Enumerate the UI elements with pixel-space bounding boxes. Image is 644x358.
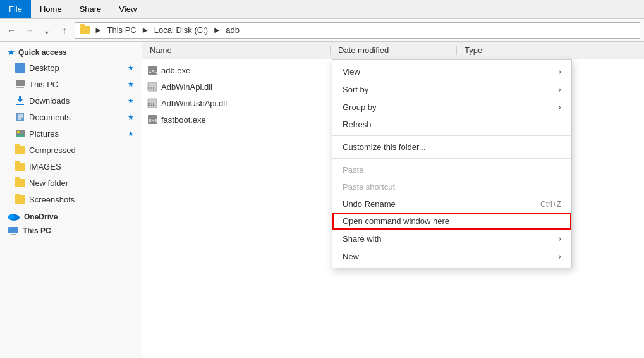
menu-bar: File Home Share View [0,0,644,19]
sidebar-item-downloads[interactable]: Downloads ★ [0,92,142,109]
sidebar-item-documents[interactable]: Documents ★ [0,109,142,125]
sidebar-label-pictures: Pictures [29,129,59,139]
ctx-customize-label: Customize this folder... [343,142,426,152]
ctx-sort-label: Sort by [343,85,368,94]
onedrive-header[interactable]: OneDrive [0,210,142,224]
sidebar-item-images[interactable]: IMAGES [0,158,142,175]
ctx-undo-label: Undo Rename [343,199,396,209]
svg-rect-4 [19,96,21,99]
ctx-divider-2 [332,158,571,159]
col-date-header[interactable]: Date modified [331,46,457,55]
onedrive-icon [8,213,20,221]
exe-icon: EXE [147,65,157,75]
dll-icon-2: DLL [147,98,157,108]
sidebar-item-compressed[interactable]: Compressed [0,142,142,158]
sidebar: ★ Quick access Desktop ★ This PC ★ Downl… [0,42,142,358]
sidebar-item-screenshots[interactable]: Screenshots [0,191,142,207]
desktop-icon [15,63,25,73]
recent-button[interactable]: ⌄ [39,23,54,38]
exe-icon-2: EXE [147,114,157,125]
sidebar-label-documents: Documents [29,113,71,122]
sidebar-label-thispc: This PC [29,80,58,89]
folder-icon-newfolder [15,179,25,187]
sidebar-label-images: IMAGES [29,162,61,171]
dll-icon: DLL [147,82,157,92]
forward-button[interactable]: → [21,23,37,38]
ctx-new-arrow: › [558,251,561,261]
quick-access-header: ★ Quick access [0,46,142,59]
ctx-group-arrow: › [558,102,561,112]
svg-text:EXE: EXE [149,69,157,73]
up-button[interactable]: ↑ [57,23,72,38]
ctx-new-label: New [343,252,359,261]
ctx-view[interactable]: View › [332,63,571,80]
ctx-customize[interactable]: Customize this folder... [332,139,571,156]
ctx-paste-shortcut-label: Paste shortcut [343,182,395,192]
file-name-adb: adb.exe [161,66,190,75]
ctx-share-label: Share with [343,234,381,244]
sidebar-label-newfolder: New folder [29,178,68,188]
menu-file[interactable]: File [0,0,31,18]
pin-icon-downloads: ★ [128,97,134,105]
ctx-refresh[interactable]: Refresh [332,116,571,133]
svg-text:DLL: DLL [148,102,155,106]
column-header: Name Date modified Type [142,42,644,59]
ctx-view-arrow: › [558,66,561,77]
ctx-sort-arrow: › [558,84,561,94]
ctx-paste[interactable]: Paste [332,161,571,178]
menu-home[interactable]: Home [31,0,71,18]
ctx-refresh-label: Refresh [343,120,372,129]
file-name-fastboot: fastboot.exe [161,115,206,125]
ctx-share-with[interactable]: Share with › [332,230,571,247]
svg-rect-14 [8,227,18,233]
ctx-undo-rename[interactable]: Undo Rename Ctrl+Z [332,195,571,213]
pin-icon-documents: ★ [128,113,134,121]
ctx-sort-by[interactable]: Sort by › [332,80,571,98]
pin-icon-pictures: ★ [128,130,134,138]
menu-view[interactable]: View [110,0,145,18]
col-type-header[interactable]: Type [457,46,639,55]
ctx-paste-shortcut[interactable]: Paste shortcut [332,178,571,195]
file-area: Name Date modified Type EXE adb.exe DLL … [142,42,644,358]
ctx-group-by[interactable]: Group by › [332,98,571,116]
context-menu: View › Sort by › Group by › Refresh Cust… [332,59,572,268]
ctx-undo-shortcut: Ctrl+Z [540,200,561,209]
sidebar-item-thispc[interactable]: This PC ★ [0,76,142,92]
svg-rect-2 [16,87,24,88]
sidebar-label-desktop: Desktop [29,63,59,73]
menu-share[interactable]: Share [71,0,111,18]
svg-text:EXE: EXE [149,118,157,123]
sidebar-item-desktop[interactable]: Desktop ★ [0,59,142,76]
svg-rect-0 [16,80,25,86]
thispc-section-icon [8,226,19,235]
breadcrumb: ► This PC ► Local Disk (C:) ► adb [94,25,242,35]
pin-icon-desktop: ★ [128,64,134,72]
pin-icon-thispc: ★ [128,80,134,89]
folder-icon-screenshots [15,195,25,204]
address-input[interactable]: ► This PC ► Local Disk (C:) ► adb [75,22,640,39]
thispc-section-header[interactable]: This PC [0,224,142,238]
star-icon: ★ [8,48,15,57]
documents-icon [15,112,25,122]
svg-rect-16 [9,235,17,235]
downloads-icon [15,96,25,106]
back-button[interactable]: ← [4,23,19,38]
ctx-divider-1 [332,135,571,136]
ctx-open-cmd[interactable]: Open command window here [332,213,571,230]
thispc-icon [15,79,25,89]
folder-icon-images [15,163,25,171]
ctx-new[interactable]: New › [332,247,571,265]
file-name-adbwinapi: AdbWinApi.dll [161,82,212,92]
sidebar-label-screenshots: Screenshots [29,195,75,204]
sidebar-label-downloads: Downloads [29,96,70,106]
svg-point-11 [17,131,20,133]
ctx-group-label: Group by [343,102,376,112]
svg-point-13 [8,214,15,219]
ctx-open-cmd-label: Open command window here [343,216,449,226]
col-name-header[interactable]: Name [147,46,331,55]
folder-icon-compressed [15,146,25,154]
pictures-icon [15,128,25,139]
sidebar-item-newfolder[interactable]: New folder [0,175,142,191]
sidebar-item-pictures[interactable]: Pictures ★ [0,125,142,142]
ctx-view-label: View [343,67,360,77]
